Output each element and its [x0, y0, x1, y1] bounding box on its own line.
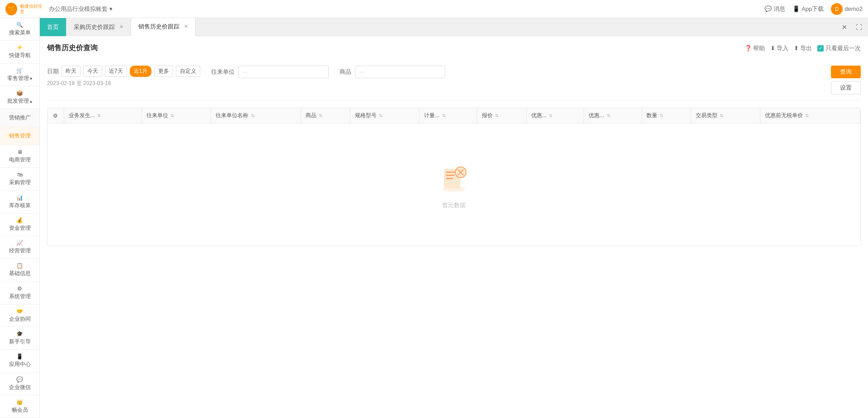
table-col-pretax-price[interactable]: 优惠前无税单价 ⇅	[760, 108, 860, 124]
empty-state-icon	[436, 160, 472, 196]
logo-text: 畅捷信好生意	[20, 4, 45, 14]
date-btn-7days[interactable]: 近7天	[105, 66, 127, 77]
sidebar-item-label: 新手引导	[9, 338, 31, 346]
sales-history-tab-label: 销售历史价跟踪	[138, 23, 179, 31]
sidebar-item-label: 销售管理	[9, 132, 31, 140]
sidebar-item-basic-info[interactable]: 📋 基础信息	[0, 259, 39, 281]
date-label: 日期	[47, 67, 59, 76]
col-goods-label: 商品	[306, 112, 316, 119]
table-col-discount2[interactable]: 优惠... ⇅	[584, 108, 642, 124]
sort-icon: ⇅	[319, 113, 322, 118]
table-header-row: ⚙ 业务发生... ⇅ 往来单位 ⇅ 往来单位名称 ⇅	[47, 108, 860, 124]
only-last-checkbox[interactable]: ✓ 只看最后一次	[817, 44, 861, 52]
sidebar-item-finance[interactable]: 💰 资金管理	[0, 214, 39, 236]
table-col-discount1[interactable]: 优惠... ⇅	[526, 108, 584, 124]
sidebar-item-sales-mgmt[interactable]: 销售管理	[0, 127, 39, 145]
col-trade-type-label: 交易类型	[696, 112, 717, 119]
page-header: 销售历史价查询 ❓ 帮助 ⬇ 导入 ⬆ 导出 ✓	[47, 43, 861, 53]
sidebar-item-label: 批发管理	[7, 97, 29, 105]
sort-icon: ⇅	[660, 113, 663, 118]
date-btn-today[interactable]: 今天	[83, 66, 102, 77]
table-col-biz-date[interactable]: 业务发生... ⇅	[64, 108, 142, 124]
col-biz-date-label: 业务发生...	[69, 112, 95, 119]
table-col-quote[interactable]: 报价 ⇅	[477, 108, 526, 124]
account-dropdown[interactable]: 办公用品行业模拟账套 ▾	[49, 5, 761, 13]
tab-home[interactable]: 首页	[40, 18, 66, 36]
export-button[interactable]: ⬆ 导出	[794, 44, 812, 52]
sidebar-item-quick-nav[interactable]: ⚡ 快捷导航	[0, 41, 39, 63]
top-bar: 🧡 畅捷信好生意 办公用品行业模拟账套 ▾ 💬 消息 📱 App下载 D dem…	[0, 0, 868, 18]
sidebar-item-label: 零售管理	[7, 75, 29, 82]
goods-input[interactable]: ···	[355, 66, 445, 78]
svg-rect-3	[446, 175, 455, 176]
table-col-qty[interactable]: 数量 ⇅	[642, 108, 691, 124]
sort-icon: ⇅	[97, 113, 101, 118]
close-purchase-history-icon[interactable]: ✕	[119, 24, 123, 30]
close-all-tabs-button[interactable]: ✕	[839, 22, 850, 33]
table-col-goods[interactable]: 商品 ⇅	[301, 108, 350, 124]
import-button[interactable]: ⬇ 导入	[770, 44, 788, 52]
sidebar-item-operations[interactable]: 📈 经营管理	[0, 236, 39, 259]
sidebar-item-guide[interactable]: 🎓 新手引导	[0, 327, 39, 350]
goods-label: 商品	[340, 68, 351, 76]
sidebar-item-search-menu[interactable]: 🔍 搜索菜单	[0, 18, 39, 41]
app-center-icon: 📱	[16, 353, 23, 360]
filter-actions: 查询 设置	[831, 66, 861, 95]
tab-sales-history[interactable]: 销售历史价跟踪 ✕	[131, 18, 196, 36]
top-bar-right: 💬 消息 📱 App下载 D demo2	[764, 3, 863, 15]
date-btn-yesterday[interactable]: 昨天	[61, 66, 80, 77]
sidebar-item-vip[interactable]: 👑 畅会员	[0, 395, 39, 418]
tab-purchase-history[interactable]: 采购历史价跟踪 ✕	[66, 18, 131, 36]
maximize-button[interactable]: ⛶	[854, 22, 864, 33]
user-label: demo2	[844, 5, 863, 12]
app-download-button[interactable]: 📱 App下载	[793, 5, 824, 13]
table-col-trade-type[interactable]: 交易类型 ⇅	[691, 108, 760, 124]
search-button[interactable]: 查询	[831, 66, 861, 78]
sidebar-item-ecommerce[interactable]: 🖥 电商管理	[0, 145, 39, 168]
sidebar-item-enterprise[interactable]: 🤝 企业协同	[0, 304, 39, 327]
close-sales-history-icon[interactable]: ✕	[184, 24, 188, 29]
partner-input[interactable]: ···	[238, 66, 329, 78]
date-btn-more[interactable]: 更多	[154, 66, 173, 77]
date-btn-1month[interactable]: 近1月	[130, 66, 152, 77]
sidebar-item-purchase[interactable]: 🛍 采购管理	[0, 168, 39, 190]
table-col-partner-code[interactable]: 往来单位 ⇅	[142, 108, 211, 124]
table-col-partner-name[interactable]: 往来单位名称 ⇅	[211, 108, 301, 124]
sidebar-item-system[interactable]: ⚙ 系统管理	[0, 282, 39, 304]
export-icon: ⬆	[794, 45, 799, 52]
partner-label: 往来单位	[211, 68, 235, 76]
date-btn-custom[interactable]: 自定义	[176, 66, 200, 77]
page-content: 销售历史价查询 ❓ 帮助 ⬇ 导入 ⬆ 导出 ✓	[40, 36, 868, 418]
user-menu[interactable]: D demo2	[831, 3, 863, 15]
col-qty-label: 数量	[646, 112, 657, 119]
table-col-spec[interactable]: 规格型号 ⇅	[350, 108, 420, 124]
content-area: 首页 采购历史价跟踪 ✕ 销售历史价跟踪 ✕ ✕ ⛶ 销售历史价查询	[40, 18, 868, 418]
filter-row: 日期 昨天 今天 近7天 近1月 更多 自定义 2023-02-18 至 202…	[47, 60, 861, 100]
empty-text: 暂元数据	[442, 201, 466, 209]
sidebar-item-label: 快捷导航	[9, 52, 31, 59]
help-label: 帮助	[753, 44, 765, 52]
logo-icon: 🧡	[5, 3, 17, 15]
help-button[interactable]: ❓ 帮助	[745, 44, 765, 52]
sidebar-item-retail-mgmt[interactable]: 🛒 零售管理 ▾	[0, 64, 39, 86]
sort-icon: ⇅	[495, 113, 499, 118]
settings-button[interactable]: 设置	[831, 81, 861, 95]
sidebar-item-label: 采购管理	[9, 179, 31, 186]
svg-rect-4	[446, 178, 453, 179]
sidebar-item-app-center[interactable]: 📱 应用中心	[0, 350, 39, 372]
sidebar-item-label: 企业微信	[9, 384, 31, 391]
sidebar-item-label: 应用中心	[9, 361, 31, 368]
operations-icon: 📈	[16, 240, 23, 246]
sidebar-item-enterprise-wechat[interactable]: 💬 企业微信	[0, 373, 39, 395]
table-col-unit[interactable]: 计量... ⇅	[420, 108, 477, 124]
sidebar-item-inventory[interactable]: 📊 库存核算	[0, 191, 39, 214]
col-partner-name-label: 往来单位名称	[216, 112, 248, 119]
page-actions: ❓ 帮助 ⬇ 导入 ⬆ 导出 ✓ 只看最后一次	[745, 44, 861, 52]
export-label: 导出	[800, 44, 812, 52]
sidebar-item-wholesale-mgmt[interactable]: 📦 批发管理 ▴	[0, 86, 39, 109]
sidebar-item-marketing[interactable]: 营销推广	[0, 109, 39, 127]
partner-filter-group: 往来单位 ···	[211, 66, 329, 78]
help-icon: ❓	[745, 45, 752, 52]
table-col-gear[interactable]: ⚙	[47, 108, 64, 124]
message-button[interactable]: 💬 消息	[764, 5, 785, 13]
